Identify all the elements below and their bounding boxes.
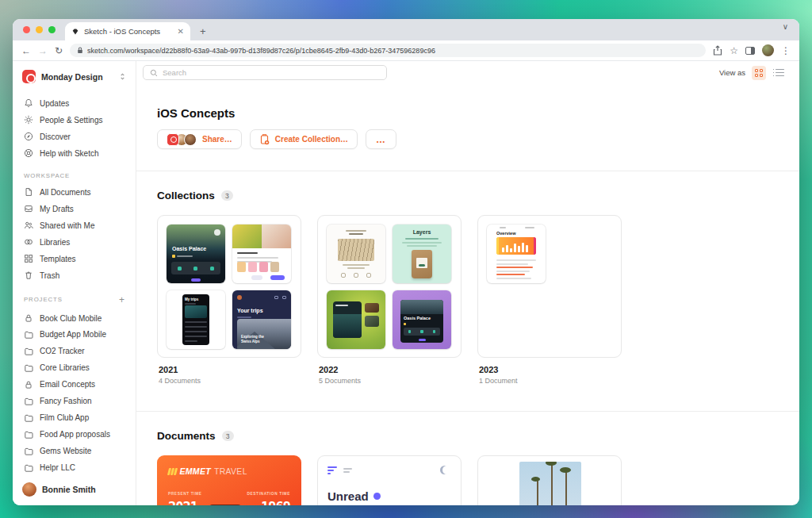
palm-tree [560, 467, 571, 473]
back-button[interactable]: ← [21, 46, 31, 56]
sidebar-item-templates[interactable]: Templates [13, 251, 136, 267]
sidebar-item-all-documents[interactable]: All Documents [13, 184, 136, 201]
doc-thumb-overview[interactable]: Overview [487, 224, 546, 283]
sidebar-project-book-club[interactable]: Book Club Mobile [13, 310, 136, 327]
tab-overview-chevron-icon[interactable]: ∨ [783, 22, 788, 31]
window-controls [23, 26, 56, 33]
destination-time-label: DESTINATION TIME [247, 492, 290, 496]
sidebar-item-label: All Documents [40, 188, 90, 197]
browser-menu-icon[interactable]: ⋮ [781, 46, 791, 56]
share-icon[interactable] [713, 45, 722, 56]
decor [496, 271, 530, 272]
content-topbar: View as [136, 61, 799, 84]
sidebar-item-libraries[interactable]: Libraries [13, 234, 136, 251]
grid-view-button[interactable] [752, 66, 766, 80]
sidebar-item-label: Trash [40, 271, 59, 280]
unread-title: Unread [327, 489, 369, 503]
sidebar-item-label: Core Libraries [40, 363, 90, 372]
collection-card-2022[interactable]: Layers [317, 215, 462, 385]
sidebar-item-help[interactable]: Help with Sketch [13, 145, 136, 162]
scroll-area[interactable]: iOS Concepts Share… Create Collection… [136, 84, 799, 505]
search-icon [150, 69, 158, 77]
people-icon [24, 221, 33, 230]
sidebar-project-co2-tracker[interactable]: CO2 Tracker [13, 343, 136, 359]
decor [500, 227, 506, 228]
decor [237, 295, 242, 300]
doc-thumb-oasis-palace-2[interactable]: Oasis Palace [393, 290, 451, 349]
share-button[interactable]: Share… [157, 129, 242, 149]
search-box[interactable] [143, 65, 387, 80]
add-project-button[interactable]: + [119, 294, 124, 305]
reload-button[interactable]: ↻ [55, 46, 63, 56]
url-text: sketch.com/workspace/d22b88f0-63a9-43ab-… [87, 47, 435, 55]
doc-thumb-food-app[interactable] [232, 224, 291, 283]
lock-icon [24, 313, 33, 323]
document-card-unread[interactable]: Unread Today [317, 455, 462, 505]
side-panel-icon[interactable] [745, 47, 755, 55]
sidebar-project-core-libraries[interactable]: Core Libraries [13, 359, 136, 376]
libraries-icon [24, 237, 33, 247]
workspace-logo-avatar [167, 133, 179, 146]
sidebar-item-label: My Drafts [40, 205, 74, 213]
bookmark-star-icon[interactable]: ☆ [730, 46, 738, 56]
doc-thumb-oasis-palace[interactable]: Oasis Palace [167, 224, 225, 283]
doc-thumb-layers[interactable]: Layers [393, 224, 451, 283]
sidebar-project-gems-website[interactable]: Gems Website [13, 443, 136, 459]
doc-thumb-my-trips[interactable]: My trips [167, 290, 225, 349]
sidebar-item-my-drafts[interactable]: My Drafts [13, 201, 136, 217]
decor [412, 250, 432, 278]
workspace-switcher[interactable]: Monday Design [13, 70, 136, 83]
search-input[interactable] [163, 68, 380, 77]
create-collection-button[interactable]: Create Collection… [250, 129, 358, 149]
member-avatar [184, 133, 197, 146]
user-menu[interactable]: Bonnie Smith [13, 476, 136, 505]
sidebar-project-helpr-llc[interactable]: Helpr LLC [13, 459, 136, 476]
sidebar-item-label: People & Settings [40, 116, 103, 125]
tab-close-icon[interactable]: ✕ [178, 28, 184, 36]
sidebar-item-people-settings[interactable]: People & Settings [13, 112, 136, 129]
browser-profile-avatar[interactable] [762, 44, 774, 56]
url-bar[interactable]: sketch.com/workspace/d22b88f0-63a9-43ab-… [70, 44, 706, 57]
minimize-window-button[interactable] [36, 26, 43, 33]
palm-tree [551, 462, 553, 505]
trash-icon [24, 271, 33, 280]
sidebar-item-shared-with-me[interactable]: Shared with Me [13, 217, 136, 234]
doc-thumb-podcast[interactable] [327, 224, 385, 283]
new-tab-button[interactable]: + [200, 25, 206, 37]
palm-tree [537, 479, 538, 505]
decor [405, 238, 439, 240]
zoom-window-button[interactable] [48, 26, 56, 33]
decor [177, 255, 193, 257]
collection-card-2021[interactable]: Oasis Palace [157, 215, 301, 385]
collections-grid: Oasis Palace [157, 215, 799, 385]
sidebar-item-label: Film Club App [40, 413, 89, 422]
more-actions-button[interactable]: … [366, 129, 396, 149]
ellipsis-icon: … [376, 134, 386, 145]
browser-tab[interactable]: Sketch - iOS Concepts ✕ [65, 22, 190, 40]
sidebar-project-food-app[interactable]: Food App proposals [13, 426, 136, 443]
sidebar-item-label: Shared with Me [40, 221, 94, 230]
workspace-name: Monday Design [41, 72, 113, 82]
sidebar-project-budget-app[interactable]: Budget App Mobile [13, 326, 136, 343]
list-view-button[interactable] [772, 66, 787, 80]
document-card-emmet-travel[interactable]: EMMETTRAVEL PRESENT TIME DESTINATION TIM… [157, 455, 301, 505]
projects-section-label: PROJECTS [24, 296, 63, 303]
folder-icon [24, 363, 33, 373]
close-window-button[interactable] [23, 26, 30, 33]
sidebar-item-discover[interactable]: Discover [13, 129, 136, 145]
document-card-photo-app[interactable] [477, 455, 622, 505]
sidebar-item-updates[interactable]: Updates [13, 95, 136, 112]
view-as-label: View as [719, 68, 745, 77]
sidebar-project-film-club[interactable]: Film Club App [13, 409, 136, 426]
sidebar-project-email-concepts[interactable]: Email Concepts [13, 376, 136, 393]
doc-thumb-your-trips[interactable]: Your trips Exploring the Swiss Alps [232, 290, 291, 349]
sidebar-item-trash[interactable]: Trash [13, 267, 136, 284]
doc-thumb-travel-green[interactable] [327, 290, 385, 349]
bell-icon [24, 98, 33, 108]
sketch-app: Monday Design Updates People & Settings … [13, 61, 799, 505]
collection-card-2023[interactable]: Overview [477, 215, 622, 385]
templates-grid-icon [24, 254, 33, 263]
workspace-logo [22, 70, 36, 83]
lifebuoy-icon [24, 148, 33, 158]
sidebar-project-fancy-fashion[interactable]: Fancy Fashion [13, 393, 136, 409]
